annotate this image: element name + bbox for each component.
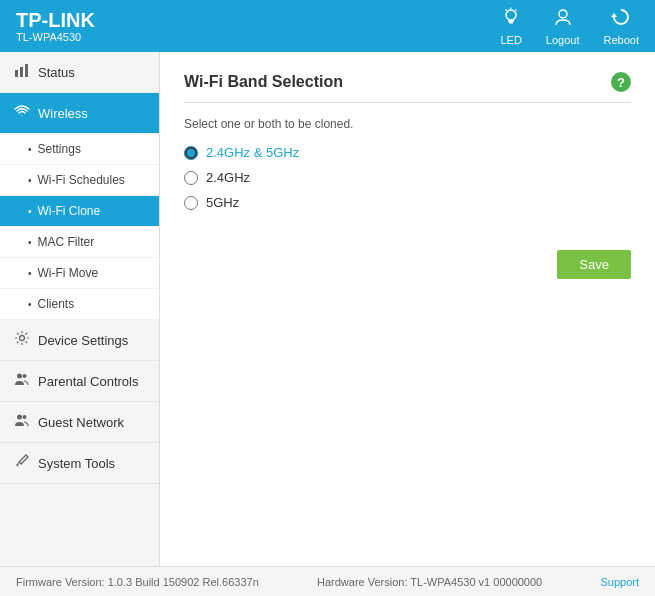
led-button[interactable]: LED: [500, 7, 521, 46]
submenu-item-wifi-clone[interactable]: Wi-Fi Clone: [0, 196, 159, 227]
wireless-icon: [14, 103, 30, 123]
submenu-settings-label: Settings: [38, 142, 81, 156]
submenu-mac-filter-label: MAC Filter: [38, 235, 95, 249]
sidebar-item-wireless-label: Wireless: [38, 106, 88, 121]
status-icon: [14, 62, 30, 82]
submenu-clients-label: Clients: [38, 297, 75, 311]
svg-line-4: [516, 9, 517, 10]
sidebar-item-system-tools[interactable]: System Tools: [0, 443, 159, 484]
header: TP-LINK TL-WPA4530 LED: [0, 0, 655, 52]
option-2g[interactable]: 2.4GHz: [184, 170, 631, 185]
support-link[interactable]: Support: [600, 576, 639, 588]
page-title-bar: Wi-Fi Band Selection ?: [184, 72, 631, 103]
save-button[interactable]: Save: [557, 250, 631, 279]
submenu-item-mac-filter[interactable]: MAC Filter: [0, 227, 159, 258]
option-2g-label: 2.4GHz: [206, 170, 250, 185]
footer: Firmware Version: 1.0.3 Build 150902 Rel…: [0, 566, 655, 596]
logo-area: TP-LINK TL-WPA4530: [16, 9, 95, 43]
svg-point-0: [506, 10, 516, 20]
main-content: Wi-Fi Band Selection ? Select one or bot…: [160, 52, 655, 566]
submenu-wifi-clone-label: Wi-Fi Clone: [38, 204, 101, 218]
svg-point-13: [23, 374, 27, 378]
logout-label: Logout: [546, 34, 580, 46]
subtitle: Select one or both to be cloned.: [184, 117, 631, 131]
sidebar-item-status-label: Status: [38, 65, 75, 80]
svg-rect-2: [509, 22, 513, 24]
submenu-item-wifi-move[interactable]: Wi-Fi Move: [0, 258, 159, 289]
submenu-wifi-schedules-label: Wi-Fi Schedules: [38, 173, 125, 187]
radio-2g[interactable]: [184, 171, 198, 185]
sidebar-item-device-settings[interactable]: Device Settings: [0, 320, 159, 361]
svg-point-12: [17, 374, 22, 379]
sidebar-item-guest-network-label: Guest Network: [38, 415, 124, 430]
model-name: TL-WPA4530: [16, 31, 95, 43]
logout-button[interactable]: Logout: [546, 7, 580, 46]
page-title: Wi-Fi Band Selection: [184, 73, 343, 91]
svg-line-5: [506, 9, 507, 10]
layout: Status Wireless Settings Wi-Fi Schedules: [0, 52, 655, 566]
led-label: LED: [500, 34, 521, 46]
sidebar-item-parental-controls[interactable]: Parental Controls: [0, 361, 159, 402]
svg-point-11: [20, 336, 25, 341]
option-5g[interactable]: 5GHz: [184, 195, 631, 210]
svg-rect-8: [15, 70, 18, 77]
svg-rect-1: [508, 20, 514, 22]
logout-icon: [553, 7, 573, 32]
sidebar: Status Wireless Settings Wi-Fi Schedules: [0, 52, 160, 566]
svg-rect-10: [25, 64, 28, 77]
reboot-label: Reboot: [604, 34, 639, 46]
firmware-info: Firmware Version: 1.0.3 Build 150902 Rel…: [16, 576, 259, 588]
svg-point-6: [559, 10, 567, 18]
reboot-button[interactable]: Reboot: [604, 7, 639, 46]
svg-point-14: [17, 415, 22, 420]
brand-name: TP-LINK: [16, 9, 95, 31]
header-actions: LED Logout Reboot: [500, 7, 639, 46]
submenu-wifi-move-label: Wi-Fi Move: [38, 266, 99, 280]
sidebar-item-wireless[interactable]: Wireless: [0, 93, 159, 134]
reboot-icon: [611, 7, 631, 32]
sidebar-item-guest-network[interactable]: Guest Network: [0, 402, 159, 443]
submenu-item-settings[interactable]: Settings: [0, 134, 159, 165]
option-5g-label: 5GHz: [206, 195, 239, 210]
device-settings-icon: [14, 330, 30, 350]
band-selection-group: 2.4GHz & 5GHz 2.4GHz 5GHz: [184, 145, 631, 210]
led-icon: [501, 7, 521, 32]
sidebar-item-parental-controls-label: Parental Controls: [38, 374, 138, 389]
help-label: ?: [617, 75, 625, 90]
submenu-item-clients[interactable]: Clients: [0, 289, 159, 320]
option-both-label: 2.4GHz & 5GHz: [206, 145, 299, 160]
svg-point-15: [23, 415, 27, 419]
submenu-item-wifi-schedules[interactable]: Wi-Fi Schedules: [0, 165, 159, 196]
sidebar-item-status[interactable]: Status: [0, 52, 159, 93]
wireless-submenu: Settings Wi-Fi Schedules Wi-Fi Clone MAC…: [0, 134, 159, 320]
help-button[interactable]: ?: [611, 72, 631, 92]
radio-5g[interactable]: [184, 196, 198, 210]
guest-network-icon: [14, 412, 30, 432]
radio-both[interactable]: [184, 146, 198, 160]
option-both[interactable]: 2.4GHz & 5GHz: [184, 145, 631, 160]
hardware-info: Hardware Version: TL-WPA4530 v1 00000000: [317, 576, 542, 588]
sidebar-item-system-tools-label: System Tools: [38, 456, 115, 471]
parental-controls-icon: [14, 371, 30, 391]
system-tools-icon: [14, 453, 30, 473]
svg-marker-7: [611, 13, 617, 17]
svg-rect-9: [20, 67, 23, 77]
sidebar-item-device-settings-label: Device Settings: [38, 333, 128, 348]
